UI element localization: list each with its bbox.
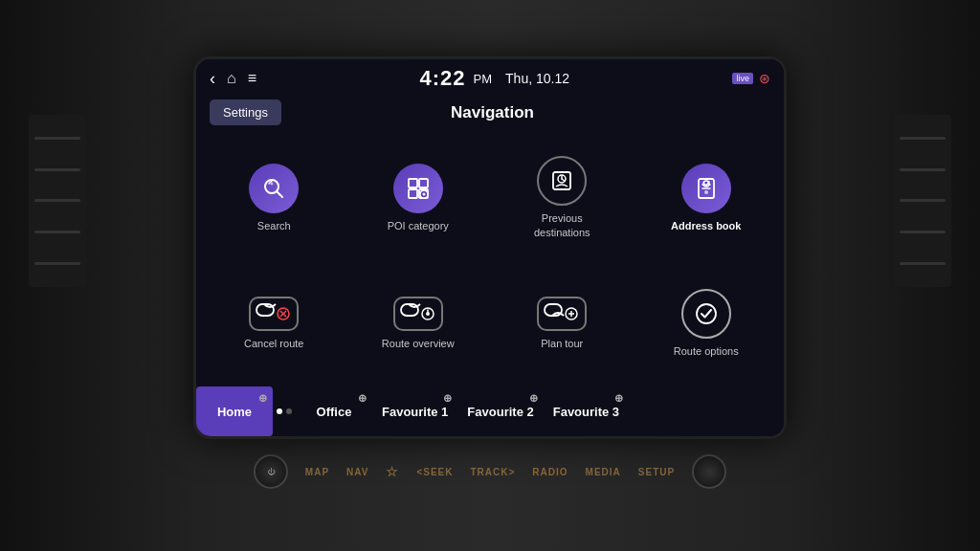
media-button[interactable]: MEDIA: [586, 467, 621, 477]
ampm: PM: [474, 72, 493, 86]
right-knob[interactable]: [692, 454, 726, 489]
map-button[interactable]: MAP: [305, 467, 329, 477]
office-plus-icon: ⊕: [358, 392, 367, 405]
radio-button[interactable]: RADIO: [532, 467, 568, 477]
svg-rect-3: [409, 179, 417, 187]
fav-home-label: Home: [217, 405, 252, 419]
plantour-icon-circle: [537, 297, 587, 331]
search-icon: [261, 176, 286, 201]
addressbook-icon: [694, 176, 719, 201]
live-badge: live: [732, 73, 753, 84]
svg-line-1: [277, 191, 282, 197]
car-background: ‹ ⌂ ≡ 4:22 PM Thu, 10.12 live ⊛: [0, 0, 980, 551]
menu-button[interactable]: ≡: [248, 70, 256, 87]
page-title: Navigation: [281, 103, 703, 122]
left-vent: [29, 115, 86, 287]
current-time: 4:22: [420, 66, 466, 91]
nav-button[interactable]: NAV: [346, 467, 368, 477]
svg-rect-5: [409, 189, 417, 198]
fav-office-label: Office: [317, 405, 352, 419]
dots-row: [277, 408, 292, 414]
fav3-plus-icon: ⊕: [614, 392, 623, 405]
cancelroute-icon-circle: [249, 297, 299, 331]
left-knob[interactable]: ⏻: [254, 454, 288, 489]
fav-3-label: Favourite 3: [553, 405, 619, 419]
svg-point-8: [422, 192, 425, 195]
favourites-bar: ⊕ Home ⊕ Office: [196, 386, 784, 436]
fav-1[interactable]: ⊕ Favourite 1: [372, 386, 457, 436]
svg-point-14: [704, 190, 708, 194]
poi-icon: [406, 176, 431, 201]
fav-2[interactable]: ⊕ Favourite 2: [457, 386, 543, 436]
fav2-plus-icon: ⊕: [529, 392, 538, 405]
routeoptions-icon: [694, 301, 719, 326]
physical-button-row: ⏻ MAP NAV ☆ <SEEK TRACK> RADIO MEDIA SET…: [234, 449, 746, 495]
status-bar: ‹ ⌂ ≡ 4:22 PM Thu, 10.12 live ⊛: [196, 59, 784, 98]
routeoverview-nav-item[interactable]: Route overview: [350, 265, 487, 384]
search-label: Search: [257, 219, 291, 232]
routeoverview-label: Route overview: [382, 337, 455, 350]
dot-2: [286, 408, 292, 414]
fav-3[interactable]: ⊕ Favourite 3: [544, 386, 629, 436]
svg-line-12: [562, 179, 565, 181]
fav-1-label: Favourite 1: [382, 405, 448, 419]
addressbook-nav-item[interactable]: Address book: [638, 139, 775, 257]
nav-grid: Search: [206, 139, 774, 383]
nav-grid-container: Search: [196, 131, 784, 386]
star-button[interactable]: ☆: [386, 464, 399, 479]
previous-icon-circle: [537, 156, 587, 206]
scroll-dots: [277, 408, 292, 414]
fav-office[interactable]: ⊕ Office: [296, 386, 372, 436]
right-vent: [894, 115, 951, 287]
status-center: 4:22 PM Thu, 10.12: [420, 66, 569, 91]
home-button[interactable]: ⌂: [227, 70, 236, 87]
svg-point-28: [697, 304, 716, 323]
routeoptions-label: Route options: [674, 344, 739, 358]
routeoverview-icon: [399, 300, 437, 327]
signal-icon: ⊛: [759, 71, 770, 86]
cancelroute-nav-item[interactable]: Cancel route: [206, 265, 343, 384]
navigation-screen: ‹ ⌂ ≡ 4:22 PM Thu, 10.12 live ⊛: [196, 59, 784, 436]
routeoptions-icon-circle: [681, 289, 731, 339]
status-left: ‹ ⌂ ≡: [210, 69, 256, 89]
svg-point-2: [271, 182, 274, 185]
poi-label: POI category: [388, 219, 449, 232]
setup-button[interactable]: SETUP: [638, 467, 675, 477]
fav-2-label: Favourite 2: [467, 405, 533, 419]
fav1-plus-icon: ⊕: [443, 392, 452, 405]
back-button[interactable]: ‹: [210, 69, 215, 89]
plantour-icon: [543, 300, 581, 327]
fav-home[interactable]: ⊕ Home: [196, 386, 273, 436]
previous-icon: [549, 168, 574, 193]
plantour-nav-item[interactable]: Plan tour: [494, 265, 631, 384]
settings-button[interactable]: Settings: [210, 99, 281, 125]
cancelroute-icon: [255, 300, 293, 327]
nav-header: Settings Navigation: [196, 98, 784, 131]
infotainment-screen: ‹ ⌂ ≡ 4:22 PM Thu, 10.12 live ⊛: [193, 56, 787, 439]
addressbook-label: Address book: [671, 219, 741, 232]
cancelroute-label: Cancel route: [244, 337, 303, 350]
track-forward-button[interactable]: TRACK>: [471, 467, 516, 477]
power-icon: ⏻: [267, 468, 275, 476]
plantour-label: Plan tour: [541, 337, 583, 350]
search-nav-item[interactable]: Search: [206, 139, 343, 257]
dot-1: [277, 408, 282, 414]
poi-nav-item[interactable]: POI category: [350, 139, 487, 257]
svg-rect-4: [419, 179, 428, 187]
home-plus-icon: ⊕: [258, 392, 267, 405]
previous-label: Previous destinations: [534, 211, 590, 239]
seek-back-button[interactable]: <SEEK: [416, 467, 453, 477]
poi-icon-circle: [393, 164, 443, 213]
routeoptions-nav-item[interactable]: Route options: [638, 265, 775, 384]
search-icon-circle: [249, 164, 299, 213]
status-right: live ⊛: [732, 71, 770, 86]
previous-nav-item[interactable]: Previous destinations: [494, 139, 631, 257]
current-date: Thu, 10.12: [505, 71, 569, 86]
addressbook-icon-circle: [681, 164, 731, 213]
routeoverview-icon-circle: [393, 297, 443, 331]
